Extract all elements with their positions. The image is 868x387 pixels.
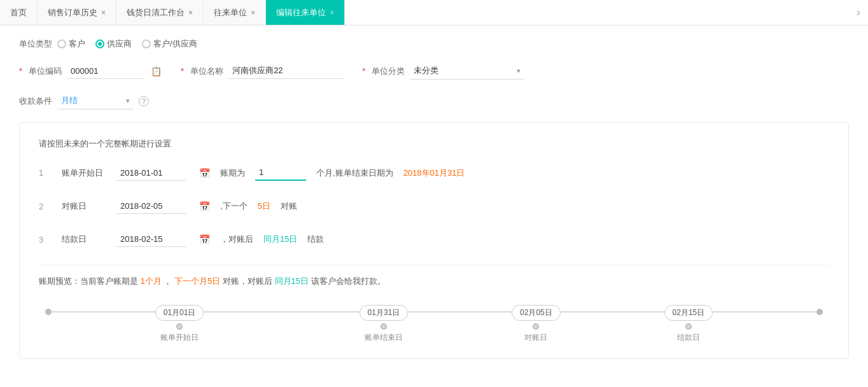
period-input[interactable] xyxy=(255,165,306,181)
start-date-input[interactable] xyxy=(116,165,186,181)
period-suffix: 个月,账单结束日期为 xyxy=(316,167,393,179)
settings-card: 请按照未来的一个完整帐期进行设置 1 账单开始日 📅 账期为 个月,账单结束日期… xyxy=(19,122,849,359)
unit-name-group: * 单位名称 xyxy=(181,64,343,79)
reconcile-date-calendar-icon[interactable]: 📅 xyxy=(199,201,210,211)
timeline-node-4: 02月15日 结款日 xyxy=(664,305,713,343)
tab-sales-history-label: 销售订单历史 xyxy=(48,7,97,18)
radio-customer[interactable]: 客户 xyxy=(57,38,85,50)
unit-info-row: * 单位编码 📋 * 单位名称 * 单位分类 未分类 ▾ xyxy=(19,62,849,80)
tl-seg-4 xyxy=(561,311,664,313)
reconcile-highlight: 5日 xyxy=(258,201,270,212)
preview-label: 账期预览：当前客户账期是 xyxy=(39,276,138,286)
unit-code-calendar-icon[interactable]: 📋 xyxy=(151,66,162,76)
unit-code-input[interactable] xyxy=(67,64,143,79)
tl-right-dot xyxy=(816,309,823,315)
unit-type-label: 单位类型 xyxy=(19,38,52,50)
tab-edit-partner-label: 编辑往来单位 xyxy=(276,7,326,18)
payment-terms-row: 收款条件 月结 ▾ ? xyxy=(19,92,849,109)
tab-sales-history[interactable]: 销售订单历史 × xyxy=(38,0,116,25)
unit-category-select[interactable]: 未分类 ▾ xyxy=(410,62,524,80)
node-dot-2 xyxy=(381,323,387,330)
timeline-node-3: 02月05日 对账日 xyxy=(512,305,561,343)
node-dot-4 xyxy=(685,323,692,330)
payment-prefix: ，对账后 xyxy=(220,234,253,245)
payment-terms-label: 收款条件 xyxy=(19,95,52,107)
tab-cash-work-label: 钱货日清工作台 xyxy=(127,7,185,18)
node-date-1: 01月01日 xyxy=(155,305,204,321)
tab-partner-label: 往来单位 xyxy=(214,7,247,18)
setting-row-3: 3 结款日 📅 ，对账后 同月15日 结款 xyxy=(39,232,829,247)
start-date-calendar-icon[interactable]: 📅 xyxy=(199,168,210,178)
payment-terms-select[interactable]: 月结 ▾ xyxy=(57,92,134,109)
content-area: 单位类型 客户 供应商 客户/供应商 * 单位编码 xyxy=(0,25,868,387)
end-date-highlight: 2018年01月31日 xyxy=(403,167,465,179)
radio-both-circle xyxy=(142,39,151,48)
reconcile-prefix: ,下一个 xyxy=(220,201,248,212)
unit-type-row: 单位类型 客户 供应商 客户/供应商 xyxy=(19,38,849,50)
timeline-container: 01月01日 账单开始日 01月31日 账单结束日 02月05日 xyxy=(45,305,823,343)
radio-supplier-circle xyxy=(95,39,104,48)
radio-both-label: 客户/供应商 xyxy=(153,38,197,50)
node-label-3: 对账日 xyxy=(524,332,547,343)
radio-customer-circle xyxy=(57,39,66,48)
tab-cash-work[interactable]: 钱货日清工作台 × xyxy=(116,0,204,25)
tab-partner-close[interactable]: × xyxy=(251,8,255,17)
tab-expand-button[interactable]: › xyxy=(849,0,868,25)
preview-part3: 同月15日 xyxy=(275,276,309,286)
tl-left-end xyxy=(45,309,52,315)
name-required-star: * xyxy=(181,66,184,76)
preview-comma: ， xyxy=(164,276,172,286)
row-label-1: 账单开始日 xyxy=(62,167,106,179)
unit-name-label: 单位名称 xyxy=(190,66,223,77)
tab-partner[interactable]: 往来单位 × xyxy=(204,0,266,25)
row-num-1: 1 xyxy=(39,168,52,178)
card-title: 请按照未来的一个完整帐期进行设置 xyxy=(39,138,829,150)
payment-suffix: 结款 xyxy=(307,234,324,245)
row-label-2: 对账日 xyxy=(62,201,106,212)
payment-date-input[interactable] xyxy=(116,232,186,247)
row-num-2: 2 xyxy=(39,202,52,211)
unit-category-group: * 单位分类 未分类 ▾ xyxy=(362,62,524,80)
tab-edit-partner[interactable]: 编辑往来单位 × xyxy=(266,0,345,25)
payment-terms-value: 月结 xyxy=(61,95,123,106)
node-label-1: 账单开始日 xyxy=(160,332,199,343)
row-label-3: 结款日 xyxy=(62,234,106,245)
setting-row-2: 2 对账日 📅 ,下一个 5日 对账 xyxy=(39,199,829,214)
tl-seg-2 xyxy=(204,311,359,313)
preview-section: 账期预览：当前客户账期是 1个月 ， 下一个月5日 对账，对账后 同月15日 该… xyxy=(39,265,829,287)
node-label-4: 结款日 xyxy=(677,332,700,343)
unit-category-label: 单位分类 xyxy=(372,66,405,77)
setting-row-1: 1 账单开始日 📅 账期为 个月,账单结束日期为 2018年01月31日 xyxy=(39,165,829,181)
tab-home[interactable]: 首页 xyxy=(0,0,38,25)
tl-right-end xyxy=(816,309,823,315)
radio-supplier[interactable]: 供应商 xyxy=(95,38,132,50)
preview-middle: 对账，对账后 xyxy=(223,276,272,286)
timeline-node-1: 01月01日 账单开始日 xyxy=(155,305,204,343)
tl-seg-5 xyxy=(713,311,816,313)
reconcile-date-input[interactable] xyxy=(116,199,186,214)
tab-sales-history-close[interactable]: × xyxy=(101,8,106,17)
tab-edit-partner-close[interactable]: × xyxy=(330,8,334,17)
radio-supplier-label: 供应商 xyxy=(107,38,132,50)
category-required-star: * xyxy=(362,66,365,76)
node-date-3: 02月05日 xyxy=(512,305,561,321)
timeline-section: 01月01日 账单开始日 01月31日 账单结束日 02月05日 xyxy=(39,305,829,343)
radio-group: 客户 供应商 客户/供应商 xyxy=(57,38,197,50)
payment-highlight: 同月15日 xyxy=(263,234,297,245)
unit-code-group: * 单位编码 📋 xyxy=(19,64,162,79)
tl-seg-1 xyxy=(52,311,155,313)
tab-cash-work-close[interactable]: × xyxy=(188,8,193,17)
unit-type-group: 单位类型 客户 供应商 客户/供应商 xyxy=(19,38,197,50)
unit-name-input[interactable] xyxy=(228,64,343,79)
reconcile-suffix: 对账 xyxy=(281,201,297,212)
tl-seg-3 xyxy=(408,311,512,313)
node-date-2: 01月31日 xyxy=(360,305,409,321)
radio-both[interactable]: 客户/供应商 xyxy=(142,38,197,50)
preview-end: 该客户会给我打款。 xyxy=(311,276,386,286)
payment-terms-help-icon[interactable]: ? xyxy=(139,96,149,106)
node-dot-1 xyxy=(176,323,183,330)
row-num-3: 3 xyxy=(39,235,52,244)
period-prefix: 账期为 xyxy=(220,167,245,179)
payment-terms-group: 收款条件 月结 ▾ ? xyxy=(19,92,149,109)
payment-date-calendar-icon[interactable]: 📅 xyxy=(199,234,210,244)
